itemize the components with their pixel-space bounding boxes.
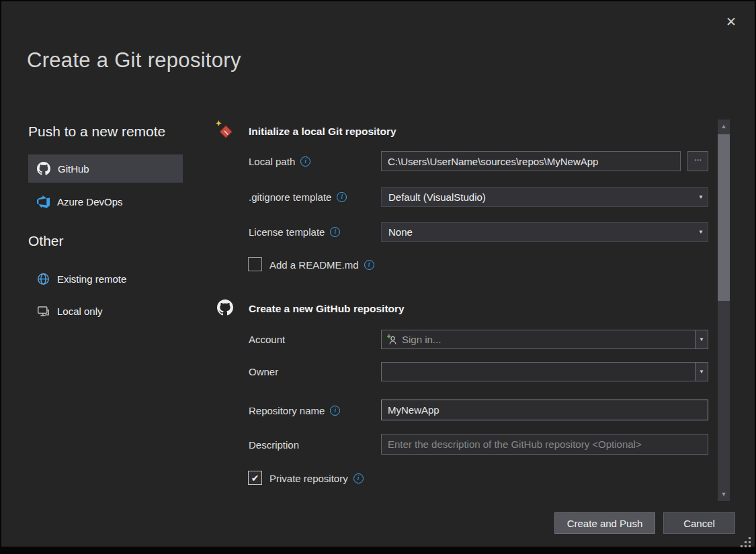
- gitignore-template-value: Default (VisualStudio): [382, 191, 694, 203]
- repository-name-label-row: Repository name i: [249, 405, 340, 416]
- local-path-label-row: Local path i: [249, 156, 310, 167]
- create-and-push-button[interactable]: Create and Push: [554, 512, 655, 534]
- license-template-value: None: [382, 226, 694, 238]
- readme-checkbox-label: Add a README.md: [269, 259, 359, 271]
- owner-label-row: Owner: [249, 366, 278, 377]
- new-repository-icon: [214, 120, 235, 140]
- info-icon[interactable]: i: [353, 473, 364, 483]
- chevron-down-icon: ▼: [694, 194, 708, 200]
- sidebar-item-label: GitHub: [58, 163, 89, 175]
- account-label-row: Account: [249, 334, 285, 345]
- globe-icon: [37, 273, 50, 285]
- account-label: Account: [249, 334, 285, 345]
- description-label-row: Description: [249, 439, 299, 451]
- sidebar-item-azure-devops[interactable]: Azure DevOps: [28, 187, 183, 216]
- license-template-dropdown[interactable]: None ▼: [381, 222, 708, 242]
- sidebar-heading-push-remote: Push to a new remote: [28, 124, 165, 140]
- vertical-scrollbar[interactable]: ▲ ▼: [718, 120, 730, 501]
- scroll-up-icon[interactable]: ▲: [718, 121, 730, 132]
- chevron-down-icon: ▼: [694, 229, 708, 235]
- local-path-label: Local path: [249, 156, 295, 167]
- repository-name-input[interactable]: [381, 400, 708, 420]
- sidebar-heading-other: Other: [28, 233, 64, 249]
- resize-grip[interactable]: [739, 536, 753, 549]
- readme-checkbox[interactable]: [248, 257, 262, 271]
- dialog-title: Create a Git repository: [27, 48, 241, 73]
- close-button[interactable]: ✕: [720, 11, 742, 32]
- sidebar-item-label: Azure DevOps: [57, 196, 123, 207]
- section-heading-create-github-repo: Create a new GitHub repository: [249, 303, 405, 315]
- gitignore-template-dropdown[interactable]: Default (VisualStudio) ▼: [381, 187, 708, 207]
- description-input[interactable]: [381, 434, 708, 455]
- info-icon[interactable]: i: [300, 156, 310, 167]
- monitor-icon: [37, 305, 50, 318]
- sidebar-item-label: Existing remote: [57, 273, 126, 285]
- gitignore-template-label: .gitignore template: [249, 191, 331, 203]
- github-icon: [37, 162, 50, 175]
- close-icon: ✕: [726, 14, 737, 30]
- create-git-repository-dialog: ✕ Create a Git repository Push to a new …: [1, 1, 755, 547]
- private-repository-label: Private repository: [269, 473, 348, 484]
- description-label: Description: [249, 439, 299, 451]
- sign-in-person-icon: [386, 334, 397, 345]
- azure-devops-icon: [37, 195, 50, 208]
- repository-name-label: Repository name: [249, 405, 325, 416]
- dropdown-arrow-button[interactable]: ▼: [695, 363, 708, 381]
- scroll-down-icon[interactable]: ▼: [718, 489, 730, 500]
- private-repository-checkbox[interactable]: ✔: [248, 471, 262, 485]
- private-repository-label-row: Private repository i: [269, 473, 364, 484]
- scrollbar-thumb[interactable]: [718, 134, 730, 301]
- license-label-row: License template i: [249, 226, 340, 238]
- account-value: Sign in...: [402, 334, 441, 345]
- info-icon[interactable]: i: [330, 406, 340, 416]
- browse-button[interactable]: ...: [687, 151, 708, 171]
- cancel-button[interactable]: Cancel: [663, 512, 735, 534]
- sidebar-item-local-only[interactable]: Local only: [28, 297, 183, 325]
- license-template-label: License template: [249, 226, 325, 238]
- github-icon: [217, 299, 233, 316]
- chevron-down-icon: ▼: [699, 336, 704, 342]
- account-dropdown[interactable]: Sign in... ▼: [381, 330, 708, 349]
- owner-dropdown[interactable]: ▼: [381, 362, 708, 381]
- gitignore-label-row: .gitignore template i: [249, 191, 347, 203]
- readme-label-row: Add a README.md i: [269, 259, 374, 271]
- owner-label: Owner: [249, 366, 278, 377]
- sidebar-item-github[interactable]: GitHub: [28, 154, 183, 183]
- dropdown-arrow-button[interactable]: ▼: [695, 330, 708, 349]
- chevron-down-icon: ▼: [699, 369, 704, 375]
- sidebar-item-existing-remote[interactable]: Existing remote: [28, 265, 183, 293]
- section-heading-initialize-local: Initialize a local Git repository: [249, 126, 396, 138]
- local-path-input[interactable]: [381, 151, 681, 171]
- sidebar-item-label: Local only: [57, 306, 103, 317]
- info-icon[interactable]: i: [337, 192, 347, 202]
- info-icon[interactable]: i: [330, 227, 340, 237]
- info-icon[interactable]: i: [364, 260, 374, 270]
